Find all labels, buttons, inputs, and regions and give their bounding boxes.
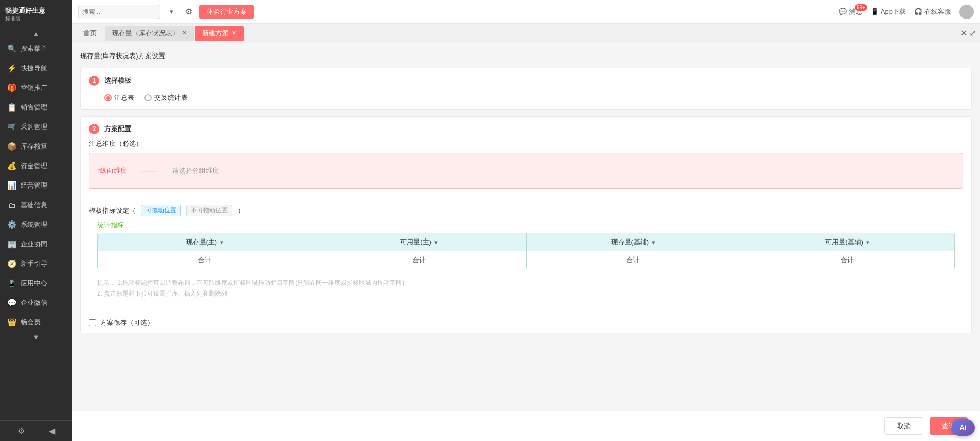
col2-dropdown-icon[interactable]: ▾ (652, 239, 655, 246)
service-label: 在线客服 (924, 7, 951, 16)
col2-label: 现存量(基辅) (611, 237, 649, 247)
stats-data-row0-col3: 合计 (740, 251, 954, 269)
tab-home[interactable]: 首页 (76, 26, 104, 41)
panel-close-icon[interactable]: ✕ (960, 28, 967, 38)
sidebar-item-label: 企业微信 (21, 298, 47, 307)
sidebar-scroll-down[interactable]: ▼ (0, 332, 72, 342)
app-center-icon: 📱 (7, 279, 16, 288)
sidebar-item-system[interactable]: ⚙️ 系统管理 (0, 215, 72, 234)
indicator-label: 模板指标设定（ 可拖动位置 不可拖动位置 ） (89, 205, 963, 216)
indicator-label-end: ） (238, 206, 244, 215)
online-service-btn[interactable]: 🎧 在线客服 (914, 7, 951, 16)
radio-summary[interactable]: 汇总表 (104, 93, 134, 102)
industry-btn[interactable]: 体验行业方案 (199, 5, 254, 19)
tab-inventory-close-icon[interactable]: ✕ (182, 30, 187, 36)
stats-header-col-3[interactable]: 可用量(基辅) ▾ (740, 233, 954, 251)
sidebar-item-wechat[interactable]: 💬 企业微信 (0, 293, 72, 313)
search-dropdown-icon[interactable]: ▾ (165, 5, 178, 19)
sidebar-item-quick-nav[interactable]: ⚡ 快捷导航 (0, 59, 72, 78)
sidebar-item-search-menu[interactable]: 🔍 搜索菜单 (0, 39, 72, 59)
dim-required-mark: *纵向维度 (98, 166, 127, 175)
sidebar-scroll-up[interactable]: ▲ (0, 29, 72, 39)
collapse-icon[interactable]: ◀ (49, 426, 55, 436)
member-icon: 👑 (7, 318, 16, 327)
save-checkbox[interactable] (89, 319, 96, 326)
section2-num: 2 (89, 124, 99, 134)
tab-new-plan-label: 新建方案 (202, 29, 229, 38)
sidebar: 畅捷通好生意 标准版 ▲ 🔍 搜索菜单 ⚡ 快捷导航 🎁 营销推广 📋 销售管理… (0, 0, 72, 441)
sidebar-item-inventory[interactable]: 📦 库存核算 (0, 137, 72, 156)
purchase-icon: 🛒 (7, 122, 16, 132)
radio-cross-label: 交叉统计表 (154, 93, 188, 102)
tip-line-0: 提示： 1.拖动标题栏可以调整布局，不可跨维度或指标区域拖动栏目字段(只能在同一… (97, 279, 955, 287)
radio-cross[interactable]: 交叉统计表 (144, 93, 188, 102)
sidebar-item-new-guide[interactable]: 🧭 新手引导 (0, 254, 72, 273)
tab-inventory-status[interactable]: 现存量（库存状况表） ✕ (105, 26, 194, 41)
system-icon: ⚙️ (7, 220, 16, 229)
settings-gear-icon[interactable]: ⚙ (182, 5, 195, 19)
template-options: 汇总表 交叉统计表 (81, 91, 971, 109)
col3-dropdown-icon[interactable]: ▾ (866, 239, 869, 246)
cancel-button[interactable]: 取消 (884, 417, 923, 435)
app-download-btn[interactable]: 📱 App下载 (870, 7, 906, 16)
tabbar: 首页 现存量（库存状况表） ✕ 新建方案 ✕ ✕ ⤢ (72, 24, 980, 43)
quick-nav-icon: ⚡ (7, 64, 16, 73)
sidebar-item-purchase[interactable]: 🛒 采购管理 (0, 117, 72, 137)
tip-line-1: 2. 点击标题栏下拉可设置排序、插入列和删除列 (97, 289, 955, 298)
radio-summary-dot (104, 94, 112, 101)
wechat-icon: 💬 (7, 298, 16, 307)
tab-new-plan-close-icon[interactable]: ✕ (232, 30, 237, 36)
col1-dropdown-icon[interactable]: ▾ (434, 239, 438, 246)
app-download-label: App下载 (881, 7, 906, 16)
draggable-tag: 可拖动位置 (141, 205, 181, 216)
topbar-right: 💬 消息 99+ 📱 App下载 🎧 在线客服 (839, 5, 974, 19)
sidebar-item-enterprise[interactable]: 🏢 企业协同 (0, 234, 72, 254)
col0-dropdown-icon[interactable]: ▾ (220, 239, 223, 246)
section-config: 2 方案配置 汇总维度（必选） *纵向维度 —— 请选择分组维度 模板指标设定（… (80, 116, 972, 333)
app-version: 标准版 (5, 15, 67, 23)
config-section: 汇总维度（必选） *纵向维度 —— 请选择分组维度 (81, 139, 971, 197)
tab-new-plan[interactable]: 新建方案 ✕ (195, 26, 244, 41)
tab-inventory-label: 现存量（库存状况表） (112, 29, 179, 38)
sidebar-item-label: 企业协同 (21, 240, 47, 249)
indicator-settings: 模板指标设定（ 可拖动位置 不可拖动位置 ） 统计指标 现存量(主) ▾ 可用量… (81, 197, 971, 313)
sidebar-item-basic-info[interactable]: 🗂 基础信息 (0, 195, 72, 215)
new-guide-icon: 🧭 (7, 259, 16, 268)
sidebar-item-finance[interactable]: 💰 资金管理 (0, 156, 72, 176)
stats-data-row0-col1: 合计 (312, 251, 527, 269)
sales-icon: 📋 (7, 103, 16, 112)
sidebar-bottom: ⚙ ◀ (0, 420, 72, 441)
message-icon: 💬 (839, 8, 847, 15)
sidebar-item-label: 新手引导 (21, 259, 47, 268)
stats-header-col-0[interactable]: 现存量(主) ▾ (98, 233, 312, 251)
sidebar-item-label: 应用中心 (21, 279, 47, 288)
topbar-left: ▾ ⚙ 体验行业方案 (78, 5, 833, 19)
sidebar-item-marketing[interactable]: 🎁 营销推广 (0, 78, 72, 98)
app-name: 畅捷通好生意 (5, 6, 67, 15)
stats-header-col-1[interactable]: 可用量(主) ▾ (312, 233, 527, 251)
search-input[interactable] (78, 5, 160, 19)
sidebar-item-management[interactable]: 📊 经营管理 (0, 176, 72, 195)
settings-icon[interactable]: ⚙ (17, 426, 25, 436)
dimension-picker[interactable]: *纵向维度 —— 请选择分组维度 (89, 153, 963, 189)
user-avatar[interactable] (959, 5, 974, 19)
radio-summary-label: 汇总表 (114, 93, 134, 102)
save-option-area: 方案保存（可选） (81, 313, 971, 333)
message-btn[interactable]: 💬 消息 99+ (839, 7, 862, 16)
sidebar-item-label: 畅会员 (21, 318, 41, 327)
section2-header: 2 方案配置 (81, 117, 971, 139)
sidebar-item-label: 资金管理 (21, 161, 47, 171)
sidebar-item-sales[interactable]: 📋 销售管理 (0, 98, 72, 117)
sidebar-item-app-center[interactable]: 📱 应用中心 (0, 273, 72, 293)
col1-label: 可用量(主) (400, 237, 431, 247)
action-bar: 取消 查询 (72, 411, 980, 441)
app-download-icon: 📱 (870, 8, 879, 15)
panel-controls: ✕ ⤢ (960, 28, 980, 38)
section1-title: 选择模板 (104, 76, 131, 85)
panel-expand-icon[interactable]: ⤢ (969, 28, 976, 38)
sidebar-item-member[interactable]: 👑 畅会员 (0, 313, 72, 332)
stats-header-col-2[interactable]: 现存量(基辅) ▾ (527, 233, 741, 251)
ai-fab-button[interactable]: Ai (951, 419, 975, 436)
sidebar-item-label: 搜索菜单 (21, 44, 47, 53)
sidebar-item-label: 销售管理 (21, 103, 47, 112)
